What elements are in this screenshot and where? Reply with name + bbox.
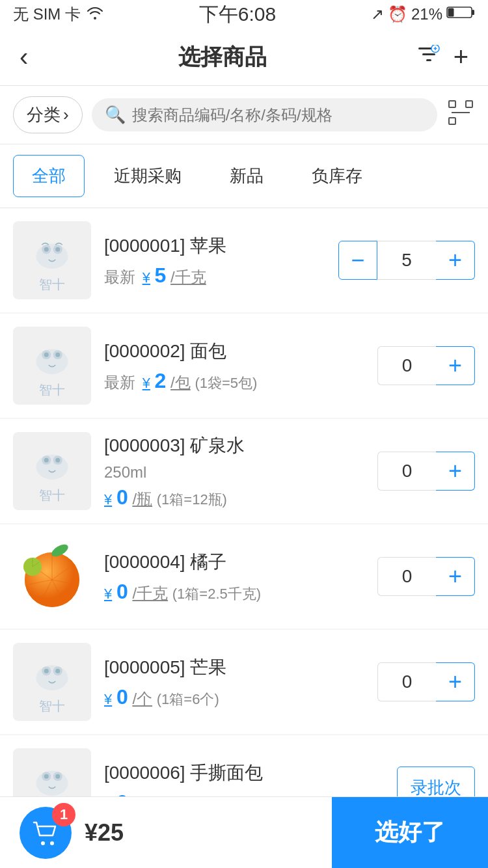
product-price: ¥ 0 /千克 (1箱=2.5千克) <box>104 580 364 604</box>
tab-recent[interactable]: 近期采购 <box>95 155 200 197</box>
tab-negative[interactable]: 负库存 <box>293 155 381 197</box>
svg-point-33 <box>36 665 68 690</box>
product-price: ¥ 0 /瓶 (1箱=12瓶) <box>104 485 364 509</box>
plus-button[interactable]: + <box>436 452 475 491</box>
search-box: 🔍 <box>92 98 437 131</box>
product-name: [0000004] 橘子 <box>104 550 364 575</box>
placeholder-logo: 智十 <box>13 221 91 299</box>
svg-point-37 <box>55 668 60 673</box>
cart-button[interactable]: 1 <box>20 807 72 859</box>
confirm-button[interactable]: 选好了 <box>332 797 488 869</box>
product-info: [0000004] 橘子 ¥ 0 /千克 (1箱=2.5千克) <box>104 550 364 604</box>
svg-point-36 <box>44 668 49 673</box>
product-name: [0000002] 面包 <box>104 339 364 364</box>
back-button[interactable]: ‹ <box>20 42 28 72</box>
svg-rect-2 <box>448 8 454 17</box>
list-item: 智十 [0000002] 面包 最新 ¥ 2 /包 (1袋=5包) + <box>0 314 488 418</box>
quantity-input[interactable] <box>377 662 436 701</box>
product-image <box>13 537 91 616</box>
svg-point-41 <box>44 774 49 778</box>
list-item: 智十 [0000001] 苹果 最新 ¥ 5 /千克 − + <box>0 208 488 312</box>
list-item: [0000004] 橘子 ¥ 0 /千克 (1箱=2.5千克) + <box>0 524 488 629</box>
search-input[interactable] <box>132 106 424 124</box>
product-info: [0000005] 芒果 ¥ 0 /个 (1箱=6个) <box>104 655 364 709</box>
nav-bar: ‹ 选择商品 + <box>0 29 488 86</box>
svg-point-44 <box>50 841 54 845</box>
product-image: 智十 <box>13 221 91 299</box>
svg-rect-11 <box>466 101 472 107</box>
minus-button[interactable]: − <box>338 241 377 280</box>
status-left: 无 SIM 卡 <box>13 4 104 25</box>
product-price: 最新 ¥ 5 /千克 <box>104 264 325 288</box>
svg-rect-5 <box>426 59 431 61</box>
svg-point-26 <box>44 457 49 462</box>
wifi-icon <box>86 5 104 23</box>
no-sim-label: 无 SIM 卡 <box>13 4 81 25</box>
placeholder-logo: 智十 <box>13 327 91 405</box>
battery-label: 21% <box>411 5 442 23</box>
orange-illustration <box>13 537 91 616</box>
category-button[interactable]: 分类 › <box>13 96 83 133</box>
svg-rect-9 <box>449 101 455 107</box>
product-name: [0000003] 矿泉水 <box>104 433 364 458</box>
product-list: 智十 [0000001] 苹果 最新 ¥ 5 /千克 − + <box>0 208 488 868</box>
quantity-input[interactable] <box>377 557 436 596</box>
search-icon: 🔍 <box>105 105 126 125</box>
bottom-bar: 1 ¥25 选好了 <box>0 796 488 868</box>
cart-total: ¥25 <box>85 819 124 847</box>
placeholder-logo: 智十 <box>13 643 91 721</box>
tab-new[interactable]: 新品 <box>211 155 282 197</box>
plus-button[interactable]: + <box>436 557 475 596</box>
status-right: ↗ ⏰ 21% <box>371 5 475 23</box>
category-chevron: › <box>63 105 69 125</box>
svg-point-27 <box>55 457 60 462</box>
plus-button[interactable]: + <box>436 346 475 385</box>
product-price: ¥ 0 /个 (1箱=6个) <box>104 685 364 709</box>
nav-left: ‹ <box>20 42 28 72</box>
quantity-control: + <box>377 452 475 491</box>
location-icon: ↗ <box>371 5 384 23</box>
page-title: 选择商品 <box>178 42 267 72</box>
filter-bar: 分类 › 🔍 <box>0 86 488 144</box>
svg-rect-1 <box>472 10 474 15</box>
plus-button[interactable]: + <box>436 241 475 280</box>
tab-all[interactable]: 全部 <box>13 155 85 197</box>
product-info: [0000003] 矿泉水 250ml ¥ 0 /瓶 (1箱=12瓶) <box>104 433 364 509</box>
category-label: 分类 <box>27 103 61 126</box>
svg-point-38 <box>36 770 68 796</box>
svg-point-13 <box>36 243 68 269</box>
product-name: [0000006] 手撕面包 <box>104 761 384 785</box>
svg-point-21 <box>44 352 49 357</box>
product-price: 最新 ¥ 2 /包 (1袋=5包) <box>104 369 364 393</box>
svg-point-16 <box>44 247 49 251</box>
product-image: 智十 <box>13 432 91 510</box>
product-name: [0000005] 芒果 <box>104 655 364 680</box>
svg-rect-4 <box>422 53 435 55</box>
cart-area: 1 ¥25 <box>0 807 332 859</box>
svg-point-23 <box>36 454 68 480</box>
quantity-control: − + <box>338 241 475 280</box>
nav-right: + <box>417 42 468 72</box>
quantity-control: + <box>377 662 475 701</box>
status-time: 下午6:08 <box>199 1 276 28</box>
svg-point-42 <box>55 774 60 778</box>
scan-icon[interactable] <box>446 98 475 132</box>
product-info: [0000002] 面包 最新 ¥ 2 /包 (1袋=5包) <box>104 339 364 393</box>
cart-badge: 1 <box>52 803 75 826</box>
quantity-input[interactable] <box>377 241 436 280</box>
svg-rect-10 <box>449 118 455 124</box>
add-icon[interactable]: + <box>454 42 468 72</box>
status-bar: 无 SIM 卡 下午6:08 ↗ ⏰ 21% <box>0 0 488 29</box>
svg-point-18 <box>36 349 68 374</box>
quantity-input[interactable] <box>377 452 436 491</box>
quantity-control: + <box>377 557 475 596</box>
placeholder-logo: 智十 <box>13 432 91 510</box>
plus-button[interactable]: + <box>436 662 475 701</box>
svg-point-43 <box>41 841 45 845</box>
filter-icon[interactable] <box>417 45 441 70</box>
product-image: 智十 <box>13 643 91 721</box>
list-item: 智十 [0000005] 芒果 ¥ 0 /个 (1箱=6个) + <box>0 630 488 734</box>
quantity-input[interactable] <box>377 346 436 385</box>
alarm-icon: ⏰ <box>388 5 407 23</box>
list-item: 智十 [0000003] 矿泉水 250ml ¥ 0 /瓶 (1箱=12瓶) + <box>0 419 488 523</box>
